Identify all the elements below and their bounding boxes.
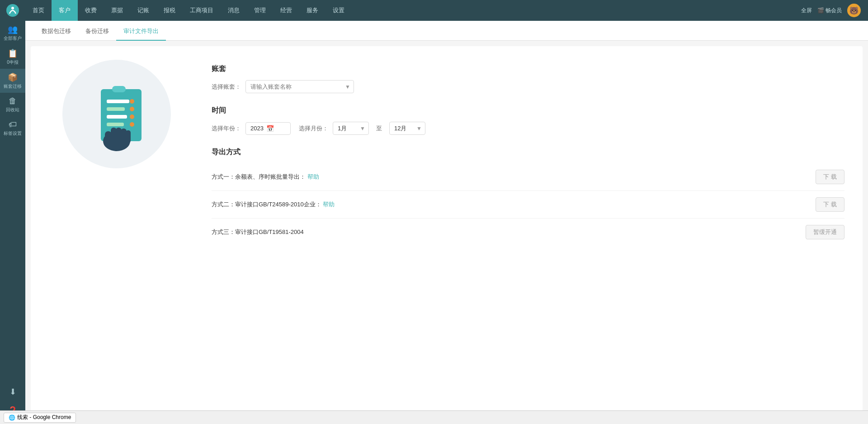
export-method-3: 方式三：审计接口GB/T19581-2004 暂缓开通 xyxy=(212,219,844,246)
svg-point-8 xyxy=(130,107,134,111)
sidebar-item-zero-declaration[interactable]: 📋 0申报 xyxy=(0,45,25,69)
zero-declaration-icon: 📋 xyxy=(8,48,18,58)
user-avatar[interactable]: 🐻 xyxy=(847,4,861,17)
svg-rect-6 xyxy=(107,123,124,126)
recycle-bin-icon: 🗑 xyxy=(9,96,17,106)
export-method-2-download-btn[interactable]: 下 载 xyxy=(816,197,844,212)
sidebar-item-recycle-bin[interactable]: 🗑 回收站 xyxy=(0,93,25,116)
content-area: 数据包迁移 备份迁移 审计文件导出 xyxy=(25,21,868,424)
export-method-1: 方式一：余额表、序时账批量导出： 帮助 下 载 xyxy=(212,163,844,191)
sidebar-item-recycle-bin-label: 回收站 xyxy=(6,107,19,113)
export-method-1-download-btn[interactable]: 下 载 xyxy=(816,170,844,184)
time-section: 时间 选择年份： 2023 📅 选择月份： 1月 2月 3月 xyxy=(212,106,844,135)
taskbar-chrome-label: 线索 - Google Chrome xyxy=(17,414,71,421)
nav-item-tax[interactable]: 报税 xyxy=(156,0,183,21)
svg-rect-17 xyxy=(126,130,131,143)
nav-item-home[interactable]: 首页 xyxy=(25,0,52,21)
nav-right: 全屏 🎬 畅会员 🐻 xyxy=(801,4,868,17)
account-form-row: 选择账套： ▼ xyxy=(212,80,844,93)
vip-btn[interactable]: 🎬 畅会员 xyxy=(817,7,842,14)
nav-items: 首页 客户 收费 票据 记账 报税 工商项目 消息 xyxy=(25,0,801,21)
sidebar-logo xyxy=(0,0,25,21)
svg-point-1 xyxy=(11,7,14,10)
svg-rect-3 xyxy=(107,100,129,103)
nav-item-clients[interactable]: 客户 xyxy=(52,0,78,21)
download-icon: ⬇ xyxy=(9,387,16,397)
svg-point-10 xyxy=(130,122,134,127)
form-area: 账套 选择账套： ▼ 时间 选择年份： 202 xyxy=(212,60,844,246)
tag-settings-icon: 🏷 xyxy=(9,120,17,129)
export-method-1-help[interactable]: 帮助 xyxy=(307,173,319,180)
export-section-title: 导出方式 xyxy=(212,148,844,157)
account-migration-icon: 📦 xyxy=(8,72,18,82)
month-start-label: 选择月份： xyxy=(299,124,328,133)
svg-point-9 xyxy=(130,114,134,119)
nav-item-accounting[interactable]: 记账 xyxy=(130,0,156,21)
export-method-3-coming-soon-btn[interactable]: 暂缓开通 xyxy=(806,225,844,239)
sidebar-item-account-migration[interactable]: 📦 账套迁移 xyxy=(0,69,25,93)
export-method-2-help[interactable]: 帮助 xyxy=(323,201,335,208)
tab-backup-migration[interactable]: 备份迁移 xyxy=(78,23,116,41)
account-select-input[interactable] xyxy=(245,80,354,93)
svg-rect-13 xyxy=(105,131,112,145)
fullscreen-btn[interactable]: 全屏 xyxy=(801,7,812,14)
year-label: 选择年份： xyxy=(212,124,241,133)
tab-bar: 数据包迁移 备份迁移 审计文件导出 xyxy=(25,21,868,41)
export-method-2-text: 方式二：审计接口GB/T24589-2010企业： 帮助 xyxy=(212,200,808,209)
sidebar-item-download[interactable]: ⬇ xyxy=(0,383,25,400)
month-end-select[interactable]: 1月 2月 3月 4月 5月 6月 7月 8月 9月 10月 11月 xyxy=(389,122,425,135)
export-method-1-text: 方式一：余额表、序时账批量导出： 帮助 xyxy=(212,173,808,181)
time-separator: 至 xyxy=(376,124,382,133)
svg-rect-4 xyxy=(107,107,125,111)
export-method-3-text: 方式三：审计接口GB/T19581-2004 xyxy=(212,228,798,236)
chrome-icon: 🌐 xyxy=(9,414,15,421)
time-section-title: 时间 xyxy=(212,106,844,115)
taskbar: 🌐 线索 - Google Chrome xyxy=(0,410,868,424)
tab-audit-export[interactable]: 审计文件导出 xyxy=(116,23,166,41)
illustration-circle xyxy=(62,60,171,168)
page-content: 账套 选择账套： ▼ 时间 选择年份： 202 xyxy=(31,46,863,419)
sidebar-item-account-migration-label: 账套迁移 xyxy=(4,84,22,89)
sidebar-item-all-clients[interactable]: 👥 全部客户 xyxy=(0,21,25,45)
account-section: 账套 选择账套： ▼ xyxy=(212,64,844,93)
month-start-wrapper: 1月 2月 3月 4月 5月 6月 7月 8月 9月 10月 11月 xyxy=(333,122,369,135)
time-form-row: 选择年份： 2023 📅 选择月份： 1月 2月 3月 4月 xyxy=(212,122,844,135)
nav-item-fees[interactable]: 收费 xyxy=(78,0,104,21)
nav-item-services[interactable]: 服务 xyxy=(299,0,326,21)
nav-item-messages[interactable]: 消息 xyxy=(221,0,247,21)
export-section: 导出方式 方式一：余额表、序时账批量导出： 帮助 下 载 方式二：审计接口GB/… xyxy=(212,148,844,246)
svg-rect-11 xyxy=(112,86,126,92)
top-nav: 首页 客户 收费 票据 记账 报税 工商项目 消息 xyxy=(25,0,868,21)
illustration-svg xyxy=(76,69,157,159)
illustration-area xyxy=(49,60,184,168)
all-clients-icon: 👥 xyxy=(8,24,18,34)
nav-item-management[interactable]: 管理 xyxy=(247,0,273,21)
month-end-wrapper: 1月 2月 3月 4月 5月 6月 7月 8月 9月 10月 11月 xyxy=(389,122,425,135)
svg-point-7 xyxy=(130,99,134,104)
account-label: 选择账套： xyxy=(212,83,241,91)
sidebar-item-zero-declaration-label: 0申报 xyxy=(7,60,19,65)
sidebar: 👥 全部客户 📋 0申报 📦 账套迁移 🗑 回收站 🏷 标签设置 ⬇ ❓ xyxy=(0,0,25,424)
tab-data-migration[interactable]: 数据包迁移 xyxy=(34,23,78,41)
calendar-icon: 📅 xyxy=(266,125,274,132)
account-select-wrapper: ▼ xyxy=(245,80,354,93)
export-method-2: 方式二：审计接口GB/T24589-2010企业： 帮助 下 载 xyxy=(212,191,844,219)
nav-item-business[interactable]: 工商项目 xyxy=(183,0,221,21)
nav-item-operations[interactable]: 经营 xyxy=(273,0,299,21)
year-value: 2023 xyxy=(250,125,264,132)
nav-item-settings[interactable]: 设置 xyxy=(326,0,352,21)
account-section-title: 账套 xyxy=(212,64,844,74)
sidebar-item-all-clients-label: 全部客户 xyxy=(4,36,22,41)
sidebar-item-tag-settings-label: 标签设置 xyxy=(4,131,22,136)
sidebar-item-tag-settings[interactable]: 🏷 标签设置 xyxy=(0,116,25,140)
svg-rect-5 xyxy=(107,115,127,119)
month-start-select[interactable]: 1月 2月 3月 4月 5月 6月 7月 8月 9月 10月 11月 xyxy=(333,122,369,135)
nav-item-invoices[interactable]: 票据 xyxy=(104,0,130,21)
taskbar-chrome-item[interactable]: 🌐 线索 - Google Chrome xyxy=(4,413,76,423)
year-input[interactable]: 2023 📅 xyxy=(245,122,291,135)
main-area: 首页 客户 收费 票据 记账 报税 工商项目 消息 xyxy=(25,0,868,424)
